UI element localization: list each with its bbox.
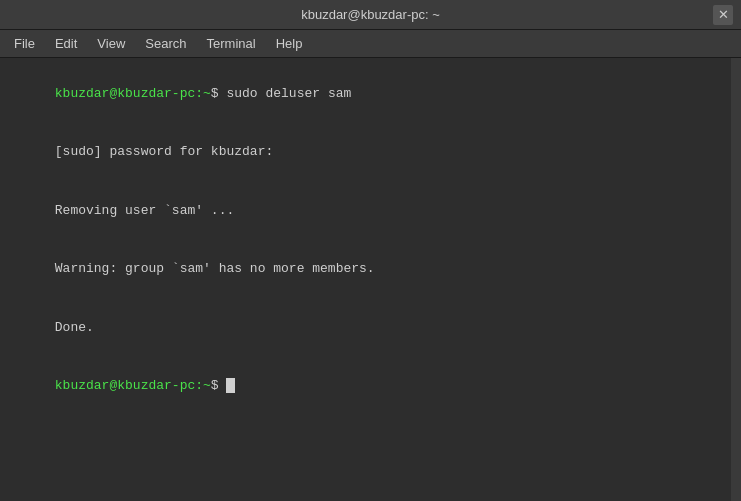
cmd-1: $ sudo deluser sam [211,86,351,101]
cwd-2: ~ [203,378,211,393]
prompt-2: kbuzdar@kbuzdar-pc: [55,378,203,393]
menu-terminal[interactable]: Terminal [197,34,266,53]
menu-view[interactable]: View [87,34,135,53]
terminal-line-5: Done. [8,298,733,357]
close-button[interactable]: ✕ [713,5,733,25]
prompt-1: kbuzdar@kbuzdar-pc: [55,86,203,101]
terminal-line-6: kbuzdar@kbuzdar-pc:~$ [8,357,733,416]
title-bar: kbuzdar@kbuzdar-pc: ~ ✕ [0,0,741,30]
cmd-2: $ [211,378,227,393]
menu-help[interactable]: Help [266,34,313,53]
terminal-line-2: [sudo] password for kbuzdar: [8,123,733,182]
window-title: kbuzdar@kbuzdar-pc: ~ [301,7,440,22]
menu-bar: File Edit View Search Terminal Help [0,30,741,58]
terminal-line-3: Removing user `sam' ... [8,181,733,240]
terminal-line-1: kbuzdar@kbuzdar-pc:~$ sudo deluser sam [8,64,733,123]
menu-edit[interactable]: Edit [45,34,87,53]
menu-search[interactable]: Search [135,34,196,53]
terminal-window: kbuzdar@kbuzdar-pc: ~ ✕ File Edit View S… [0,0,741,501]
cursor [226,378,235,393]
terminal-body[interactable]: kbuzdar@kbuzdar-pc:~$ sudo deluser sam [… [0,58,741,501]
menu-file[interactable]: File [4,34,45,53]
terminal-line-4: Warning: group `sam' has no more members… [8,240,733,299]
cwd-1: ~ [203,86,211,101]
scrollbar[interactable] [731,58,741,501]
